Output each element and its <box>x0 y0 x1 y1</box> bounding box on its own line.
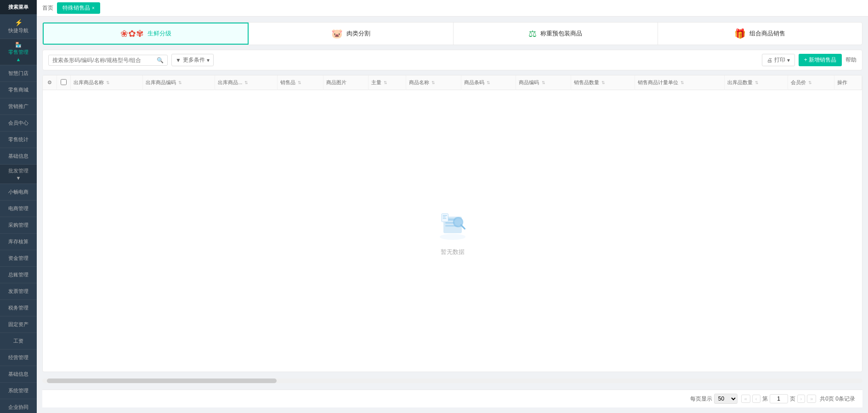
sidebar-item-wholesale-mgmt[interactable]: 批发管理 ▼ <box>0 165 37 184</box>
th-sale-unit[interactable]: 销售商品计量单位 ⇅ <box>635 75 724 90</box>
th-sale-item-label: 销售品 <box>280 80 295 85</box>
next-page-button[interactable]: › <box>797 395 806 403</box>
th-out-qty-label: 出库品数量 <box>727 80 753 85</box>
filter-chevron-icon: ▾ <box>207 57 210 63</box>
th-out-code[interactable]: 出库商品编码 ⇅ <box>142 75 215 90</box>
th-out-name[interactable]: 出库商品名称 ⇅ <box>70 75 142 90</box>
sidebar-item-enterprise[interactable]: 企业协同 <box>0 399 37 413</box>
home-link[interactable]: 首页 <box>42 4 53 12</box>
empty-state: 暂无数据 <box>43 90 862 372</box>
retail-mall-label: 零售商城 <box>8 86 28 93</box>
labor-label: 工资 <box>13 338 23 344</box>
scrollbar-thumb[interactable] <box>47 379 277 383</box>
th-out-spec[interactable]: 出库商品... ⇅ <box>215 75 277 90</box>
sidebar-item-ledger-mgmt[interactable]: 总账管理 <box>0 267 37 283</box>
combo-tab-label: 组合商品销售 <box>749 29 785 38</box>
sidebar-item-finance-mgmt[interactable]: 资金管理 <box>0 250 37 267</box>
fresh-tab-label: 生鲜分级 <box>148 29 171 38</box>
invoice-mgmt-label: 发票管理 <box>8 288 28 295</box>
search-icon: 🔍 <box>157 57 164 63</box>
category-tab-scale[interactable]: ⚖ 称重预包装商品 <box>454 23 658 45</box>
sidebar-item-retail-mgmt[interactable]: 🏪 零售管理 ▲ <box>0 39 37 65</box>
retail-stats-label: 零售统计 <box>8 136 28 143</box>
th-out-spec-label: 出库商品... <box>218 80 242 85</box>
search-input[interactable] <box>52 57 155 63</box>
close-tab-button[interactable]: × <box>92 6 95 11</box>
sidebar-item-basic-info[interactable]: 基础信息 <box>0 148 37 165</box>
sidebar-item-inventory[interactable]: 库存核算 <box>0 234 37 250</box>
search-box[interactable]: 🔍 <box>48 55 168 66</box>
sidebar-item-sys-mgmt[interactable]: 系统管理 <box>0 383 37 399</box>
wholesale-mgmt-label: 批发管理 <box>8 167 28 174</box>
sidebar-item-ops-mgmt[interactable]: 经营管理 <box>0 350 37 366</box>
topbar: 首页 特殊销售品 × <box>37 0 868 17</box>
sort-arrows-out-qty: ⇅ <box>755 80 759 85</box>
page-label: 第 <box>762 395 768 403</box>
per-page-label: 每页显示 <box>690 395 712 403</box>
th-checkbox[interactable] <box>57 75 70 90</box>
scale-icon: ⚖ <box>528 28 537 39</box>
sidebar-item-label: 快捷导航 <box>8 27 28 34</box>
sidebar-item-smart-store[interactable]: 智慧门店 <box>0 65 37 82</box>
active-tab[interactable]: 特殊销售品 × <box>57 2 100 14</box>
sidebar-item-invoice-mgmt[interactable]: 发票管理 <box>0 283 37 300</box>
empty-state-icon <box>434 206 471 242</box>
ops-mgmt-label: 经营管理 <box>8 354 28 361</box>
basic-info-label: 基础信息 <box>8 153 28 160</box>
toolbar-right: 🖨 打印 ▾ + 新增销售品 帮助 <box>762 54 857 66</box>
select-all-checkbox[interactable] <box>61 79 67 85</box>
th-out-qty[interactable]: 出库品数量 ⇅ <box>724 75 788 90</box>
fixed-assets-label: 固定资产 <box>8 321 28 328</box>
sidebar-logo[interactable]: 搜索菜单 <box>0 0 37 14</box>
sort-arrows-product-code: ⇅ <box>542 80 545 85</box>
sidebar-item-fixed-assets[interactable]: 固定资产 <box>0 316 37 333</box>
data-table: ⚙ 出库商品名称 ⇅ 出库商品编码 ⇅ 出库商品 <box>43 75 862 90</box>
tax-mgmt-label: 税务管理 <box>8 304 28 311</box>
sidebar-item-mini-ecom[interactable]: 小畅电商 <box>0 184 37 201</box>
sidebar-item-retail-mall[interactable]: 零售商城 <box>0 82 37 98</box>
sidebar-item-labor[interactable]: 工资 <box>0 333 37 350</box>
th-sale-qty[interactable]: 销售品数量 ⇅ <box>571 75 635 90</box>
page-input[interactable] <box>770 394 788 403</box>
retail-mgmt-icon: 🏪 <box>15 42 22 48</box>
svg-rect-11 <box>443 218 446 219</box>
sidebar-item-ecom-mgmt[interactable]: 电商管理 <box>0 201 37 217</box>
enterprise-label: 企业协同 <box>8 404 28 411</box>
category-tab-fresh[interactable]: ❀✿✾ 生鲜分级 <box>43 23 249 45</box>
th-product-name[interactable]: 商品名称 ⇅ <box>406 75 461 90</box>
horizontal-scrollbar[interactable] <box>42 379 862 383</box>
prev-page-button[interactable]: ‹ <box>752 395 760 403</box>
filter-button[interactable]: ▼ 更多条件 ▾ <box>171 54 214 66</box>
th-sale-item[interactable]: 销售品 ⇅ <box>277 75 323 90</box>
th-image: 商品图片 <box>323 75 368 90</box>
sidebar-item-marketing[interactable]: 营销推广 <box>0 98 37 115</box>
th-member-price[interactable]: 会员价 ⇅ <box>788 75 834 90</box>
member-center-label: 会员中心 <box>8 120 28 126</box>
print-button[interactable]: 🖨 打印 ▾ <box>762 54 795 66</box>
th-out-name-label: 出库商品名称 <box>74 80 104 85</box>
sidebar-item-basic-info2[interactable]: 基础信息 <box>0 366 37 383</box>
th-barcode[interactable]: 商品条码 ⇅ <box>461 75 516 90</box>
sort-arrows-sale-qty: ⇅ <box>601 80 605 85</box>
category-tab-meat[interactable]: 🐷 肉类分割 <box>249 23 453 45</box>
first-page-button[interactable]: « <box>741 395 750 403</box>
sidebar-item-member-center[interactable]: 会员中心 <box>0 115 37 132</box>
filter-icon: ▼ <box>176 57 181 63</box>
add-button[interactable]: + 新增销售品 <box>799 54 842 66</box>
sidebar-item-quick-nav[interactable]: ⚡ 快捷导航 <box>0 14 37 39</box>
sidebar-item-tax-mgmt[interactable]: 税务管理 <box>0 300 37 316</box>
sidebar-item-purchase-mgmt[interactable]: 采购管理 <box>0 217 37 234</box>
category-tab-combo[interactable]: 🎁 组合商品销售 <box>658 23 862 45</box>
th-product-code[interactable]: 商品编码 ⇅ <box>516 75 571 90</box>
main-content: 首页 特殊销售品 × ❀✿✾ 生鲜分级 🐷 肉类分割 ⚖ 称重预包装商品 🎁 组… <box>37 0 868 413</box>
th-settings[interactable]: ⚙ <box>43 75 57 90</box>
meat-icon: 🐷 <box>331 28 343 39</box>
table-header-row: ⚙ 出库商品名称 ⇅ 出库商品编码 ⇅ 出库商品 <box>43 75 862 90</box>
fresh-icon: ❀✿✾ <box>120 28 144 39</box>
help-button[interactable]: 帮助 <box>845 56 857 64</box>
per-page-select[interactable]: 50 10 20 100 <box>714 394 738 404</box>
basic-info2-label: 基础信息 <box>8 371 28 378</box>
sidebar-item-retail-stats[interactable]: 零售统计 <box>0 132 37 148</box>
last-page-button[interactable]: » <box>807 395 816 403</box>
th-main-weight[interactable]: 主量 ⇅ <box>368 75 406 90</box>
